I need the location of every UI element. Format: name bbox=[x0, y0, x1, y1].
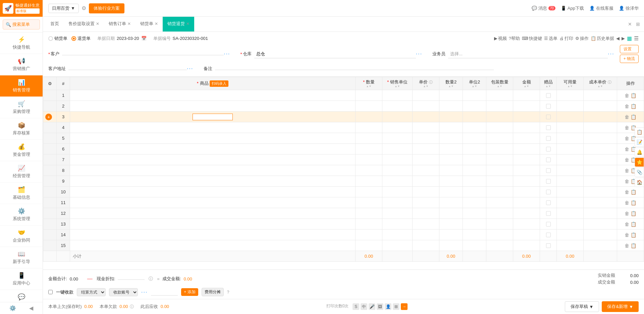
gift-cell[interactable] bbox=[540, 90, 557, 101]
sort-icon[interactable]: ▲▼ bbox=[586, 85, 614, 88]
th-quantity[interactable]: * 数量 ▲▼ bbox=[356, 77, 382, 90]
right-panel-btn-3[interactable]: 🔔 bbox=[635, 147, 644, 157]
copy-row-button[interactable]: 📋 bbox=[631, 222, 636, 227]
add-payment-button[interactable]: + 添加 bbox=[181, 288, 198, 296]
tab-close-all-icon[interactable]: ✕ bbox=[627, 20, 633, 28]
collapse-footer-button[interactable]: ◀ bbox=[29, 305, 33, 311]
remark-input[interactable] bbox=[215, 68, 494, 70]
th-package-qty[interactable]: 包装数量 ▲▼ bbox=[486, 77, 513, 90]
sort-icon[interactable]: ▲▼ bbox=[559, 85, 581, 88]
sidebar-item-finance[interactable]: 💰 资金管理 bbox=[0, 140, 43, 161]
row-add[interactable]: + bbox=[43, 112, 57, 122]
tab-sales-bill[interactable]: 销货单 ✕ bbox=[136, 17, 163, 32]
unit-cell[interactable] bbox=[382, 112, 413, 122]
customer-input[interactable] bbox=[62, 53, 224, 55]
delete-row-button[interactable]: 🗑 bbox=[625, 114, 629, 120]
sidebar-item-purchase[interactable]: 🛒 采购管理 bbox=[0, 97, 43, 118]
status-icon-mic[interactable]: 🎤 bbox=[369, 303, 375, 310]
salesperson-input[interactable]: 选择... bbox=[448, 50, 608, 58]
radio-sales-bill[interactable]: 销货单 bbox=[48, 36, 67, 42]
pkg-qty-cell[interactable] bbox=[486, 90, 513, 101]
shortcut-button[interactable]: ⌨ 快捷键 bbox=[522, 36, 542, 42]
tab-sales-order[interactable]: 销售订单 ✕ bbox=[104, 17, 136, 32]
account-select[interactable]: 收款账号 bbox=[109, 288, 138, 296]
product-cell-active[interactable] bbox=[70, 112, 356, 122]
tab-close-icon[interactable]: ✕ bbox=[96, 21, 99, 26]
right-panel-btn-1[interactable]: 📋 bbox=[635, 127, 644, 137]
sort-icon[interactable]: ▲▼ bbox=[358, 85, 379, 88]
delete-row-button[interactable]: 🗑 bbox=[625, 168, 629, 173]
logistics-button[interactable]: + 物流 bbox=[620, 55, 639, 63]
copy-row-button[interactable]: 📋 bbox=[631, 93, 636, 98]
sidebar-item-basic-info[interactable]: 🗂️ 基础信息 bbox=[0, 183, 43, 204]
user-avatar-button[interactable]: 👤 徐泽华 bbox=[619, 5, 639, 11]
gift-checkbox[interactable] bbox=[546, 158, 551, 162]
tab-sales-return[interactable]: 销货退货 ✕ bbox=[163, 17, 194, 32]
delete-row-button[interactable]: 🗑 bbox=[625, 222, 629, 227]
sidebar-item-marketing[interactable]: 📢 营销推广 bbox=[0, 54, 43, 75]
delete-row-button[interactable]: 🗑 bbox=[625, 125, 629, 130]
copy-row-button[interactable]: 📋 bbox=[631, 243, 636, 248]
grid-view-icon[interactable]: ▦ bbox=[627, 35, 632, 42]
sidebar-item-system[interactable]: ⚙️ 系统管理 bbox=[0, 204, 43, 226]
salesperson-more-icon[interactable]: ··· bbox=[608, 51, 614, 57]
history-button[interactable]: 📋 历史单据 bbox=[591, 36, 614, 42]
help-icon[interactable]: ? bbox=[227, 290, 229, 295]
gift-checkbox[interactable] bbox=[546, 104, 551, 109]
gift-checkbox[interactable] bbox=[546, 243, 551, 248]
settings-button[interactable]: 设置 bbox=[620, 45, 639, 53]
delete-row-button[interactable]: 🗑 bbox=[625, 104, 629, 109]
delete-row-button[interactable]: 🗑 bbox=[625, 179, 629, 184]
right-panel-btn-4[interactable]: ⭐ bbox=[635, 158, 644, 167]
gift-cell[interactable] bbox=[540, 101, 557, 112]
message-button[interactable]: 💬 消息 70 bbox=[532, 5, 555, 11]
delete-row-button[interactable]: 🗑 bbox=[625, 232, 629, 238]
delete-row-button[interactable]: 🗑 bbox=[625, 136, 629, 141]
industry-selector[interactable]: 日用百货 ▼ bbox=[48, 4, 79, 13]
delete-row-button[interactable]: 🗑 bbox=[625, 189, 629, 195]
online-service-button[interactable]: 👤 在线客服 bbox=[589, 5, 613, 11]
gift-checkbox[interactable] bbox=[546, 179, 551, 184]
sort-icon[interactable]: ▲▼ bbox=[516, 85, 537, 88]
save-new-button[interactable]: 保存&新增 ▼ bbox=[602, 301, 639, 312]
next-record-icon[interactable]: ▶ bbox=[622, 36, 625, 41]
unit-cell[interactable] bbox=[382, 101, 413, 112]
app-download-button[interactable]: 📱 App下载 bbox=[561, 5, 584, 11]
address-more-icon[interactable]: ··· bbox=[187, 66, 193, 72]
tab-expand-icon[interactable]: ⊞ bbox=[635, 20, 641, 28]
discount-input[interactable] bbox=[118, 278, 145, 280]
product-cell[interactable] bbox=[70, 90, 356, 101]
gift-checkbox[interactable] bbox=[546, 136, 551, 141]
product-input-active[interactable] bbox=[193, 114, 233, 120]
right-panel-btn-6[interactable]: 🏠 bbox=[635, 178, 644, 187]
calc-method-select[interactable]: 结算方式 bbox=[77, 288, 106, 296]
prev-record-icon[interactable]: ◀ bbox=[616, 36, 620, 41]
settings-footer-button[interactable]: ⚙️ bbox=[9, 305, 16, 311]
copy-row-button[interactable]: 📋 bbox=[631, 114, 636, 120]
delete-row-button[interactable]: 🗑 bbox=[625, 93, 629, 98]
cost-price-cell[interactable] bbox=[584, 112, 617, 122]
qty-cell[interactable] bbox=[356, 90, 382, 101]
one-click-payment-checkbox[interactable] bbox=[48, 290, 53, 294]
delete-row-button[interactable]: 🗑 bbox=[625, 243, 629, 248]
gift-checkbox[interactable] bbox=[546, 190, 551, 194]
copy-row-button[interactable]: 📋 bbox=[631, 211, 636, 216]
list-view-icon[interactable]: ☰ bbox=[634, 35, 639, 42]
available-cell[interactable] bbox=[557, 112, 584, 122]
sort-icon[interactable]: ▲▼ bbox=[466, 85, 483, 88]
price-cell[interactable] bbox=[413, 112, 439, 122]
status-icon-arrow[interactable]: → bbox=[401, 303, 408, 310]
tab-close-icon[interactable]: ✕ bbox=[186, 21, 190, 26]
pkg-qty-cell[interactable] bbox=[486, 112, 513, 122]
amount-cell[interactable] bbox=[513, 90, 540, 101]
product-cell[interactable] bbox=[70, 101, 356, 112]
operate-button[interactable]: ⚙ 操作 bbox=[575, 36, 589, 42]
copy-row-button[interactable]: 📋 bbox=[631, 104, 636, 109]
sort-icon[interactable]: ▲▼ bbox=[415, 85, 436, 88]
search-menu-button[interactable]: 🔍 搜索菜单 bbox=[3, 19, 40, 29]
th-gift[interactable]: 赠品 ▲▼ bbox=[540, 77, 557, 90]
sort-icon[interactable]: ▲▼ bbox=[543, 85, 554, 88]
gift-checkbox[interactable] bbox=[546, 222, 551, 227]
tab-close-icon[interactable]: ✕ bbox=[127, 21, 131, 26]
gift-checkbox[interactable] bbox=[546, 115, 551, 119]
